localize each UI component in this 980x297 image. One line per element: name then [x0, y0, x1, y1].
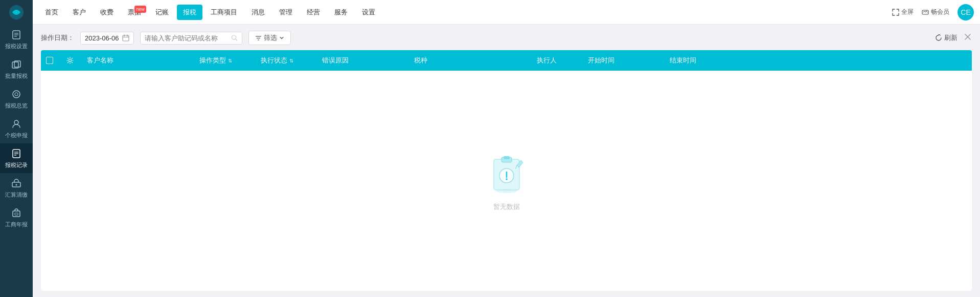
sidebar-logo — [0, 0, 33, 25]
sidebar: 报税设置 批量报税 报税总览 个税申报 — [0, 0, 33, 297]
th-tax-type: 税种 — [409, 56, 532, 65]
select-all-checkbox[interactable] — [46, 57, 53, 64]
nav-customer[interactable]: 客户 — [66, 5, 92, 20]
sidebar-item-baoshui-shezhi[interactable]: 报税设置 — [0, 25, 33, 54]
huisuan-jiaona-icon — [10, 177, 22, 189]
svg-line-24 — [235, 39, 237, 40]
data-table: 客户名称 操作类型 ⇅ 执行状态 ⇅ 错误原因 税种 执行人 — [41, 50, 972, 291]
date-label: 操作日期： — [41, 33, 74, 43]
chevron-down-icon — [279, 35, 284, 40]
sidebar-item-huisuan-jiaona[interactable]: 汇算清缴 — [0, 173, 33, 203]
sidebar-item-label: 汇算清缴 — [5, 191, 28, 199]
sidebar-item-geshui-shenbao[interactable]: 个税申报 — [0, 114, 33, 143]
nav-shezhi[interactable]: 设置 — [356, 5, 381, 20]
calendar-icon — [122, 34, 129, 41]
refresh-label: 刷新 — [944, 33, 958, 43]
sidebar-item-piliang-baoshui[interactable]: 批量报税 — [0, 54, 33, 84]
search-icon — [231, 34, 238, 41]
th-settings[interactable] — [61, 57, 82, 64]
th-operation-type[interactable]: 操作类型 ⇅ — [194, 56, 256, 65]
th-customer-name: 客户名称 — [82, 56, 194, 65]
sidebar-item-label: 批量报税 — [5, 72, 28, 80]
sidebar-item-label: 个税申报 — [5, 132, 28, 139]
nav-jingying[interactable]: 经营 — [301, 5, 326, 20]
fullscreen-icon — [892, 9, 899, 16]
nav-baoshui[interactable]: 报税 — [177, 5, 202, 20]
sort-icon: ⇅ — [289, 58, 293, 63]
topnav-right: 全屏 畅会员 CE — [892, 4, 974, 20]
th-error-reason: 错误原因 — [317, 56, 409, 65]
nav-home[interactable]: 首页 — [39, 5, 64, 20]
close-icon — [964, 33, 972, 41]
toolbar: 操作日期： 2023-06-06 — [41, 31, 972, 45]
baoshui-jilu-icon — [10, 147, 22, 160]
th-checkbox[interactable] — [41, 57, 61, 64]
vip-icon — [922, 9, 929, 16]
svg-point-38 — [496, 189, 517, 193]
sidebar-item-label: 报税总览 — [5, 102, 28, 110]
table-header: 客户名称 操作类型 ⇅ 执行状态 ⇅ 错误原因 税种 执行人 — [41, 50, 972, 71]
empty-state: 暂无数据 — [486, 150, 527, 211]
new-badge: new — [134, 6, 146, 13]
nav-shoufei[interactable]: 收费 — [94, 5, 120, 20]
sidebar-item-gongshang-nianbao[interactable]: 工商年报 — [0, 203, 33, 232]
nav-xiaoxi[interactable]: 消息 — [245, 5, 271, 20]
svg-point-36 — [506, 178, 508, 180]
table-body: 暂无数据 — [41, 71, 972, 291]
sidebar-item-label: 工商年报 — [5, 221, 28, 228]
refresh-icon — [935, 34, 942, 41]
sidebar-item-label: 报税设置 — [5, 43, 28, 50]
search-input[interactable] — [145, 34, 229, 42]
svg-point-9 — [14, 120, 18, 124]
nav-piaoju[interactable]: 票据 new — [122, 5, 147, 20]
toolbar-right: 刷新 — [935, 33, 972, 43]
svg-point-15 — [16, 184, 17, 186]
th-executor: 执行人 — [532, 56, 583, 65]
nav-guanli[interactable]: 管理 — [273, 5, 299, 20]
search-box[interactable] — [140, 32, 242, 45]
piliang-baoshui-icon — [10, 58, 22, 71]
th-start-time: 开始时间 — [583, 56, 665, 65]
nav-items: 首页 客户 收费 票据 new 记账 报税 工商项目 消息 — [39, 5, 892, 20]
avatar[interactable]: CE — [958, 4, 974, 20]
svg-point-7 — [13, 91, 20, 98]
date-picker[interactable]: 2023-06-06 — [80, 32, 134, 45]
svg-rect-33 — [504, 156, 510, 159]
baoshui-shezhi-icon — [10, 29, 22, 41]
sidebar-item-baoshui-jilu[interactable]: 报税记录 — [0, 143, 33, 173]
page-content: 操作日期： 2023-06-06 — [33, 25, 980, 297]
refresh-button[interactable]: 刷新 — [935, 33, 958, 43]
svg-rect-17 — [15, 213, 18, 215]
filter-label: 筛选 — [264, 33, 277, 43]
vip-button[interactable]: 畅会员 — [922, 8, 949, 16]
sidebar-item-baoshui-zonlan[interactable]: 报税总览 — [0, 84, 33, 114]
nav-gongshang[interactable]: 工商项目 — [204, 5, 243, 20]
geshui-shenbao-icon — [10, 118, 22, 130]
svg-rect-16 — [13, 211, 20, 217]
fullscreen-button[interactable]: 全屏 — [892, 8, 914, 16]
empty-text: 暂无数据 — [493, 202, 520, 211]
sort-icon: ⇅ — [228, 58, 232, 63]
nav-jizhang[interactable]: 记账 — [149, 5, 175, 20]
th-exec-status[interactable]: 执行状态 ⇅ — [256, 56, 317, 65]
svg-point-8 — [15, 93, 18, 96]
baoshui-zonlan-icon — [10, 88, 22, 100]
column-settings-icon — [66, 57, 74, 64]
svg-rect-19 — [123, 35, 129, 41]
empty-illustration — [486, 150, 527, 196]
main-area: 首页 客户 收费 票据 new 记账 报税 工商项目 消息 — [33, 0, 980, 297]
close-button[interactable] — [964, 33, 972, 43]
top-navigation: 首页 客户 收费 票据 new 记账 报税 工商项目 消息 — [33, 0, 980, 25]
gongshang-nianbao-icon — [10, 207, 22, 219]
filter-icon — [255, 35, 262, 41]
svg-point-30 — [69, 59, 72, 62]
th-end-time: 结束时间 — [665, 56, 746, 65]
date-value: 2023-06-06 — [85, 34, 119, 42]
sidebar-item-label: 报税记录 — [5, 161, 28, 169]
filter-button[interactable]: 筛选 — [248, 31, 291, 45]
nav-fuwu[interactable]: 服务 — [328, 5, 354, 20]
